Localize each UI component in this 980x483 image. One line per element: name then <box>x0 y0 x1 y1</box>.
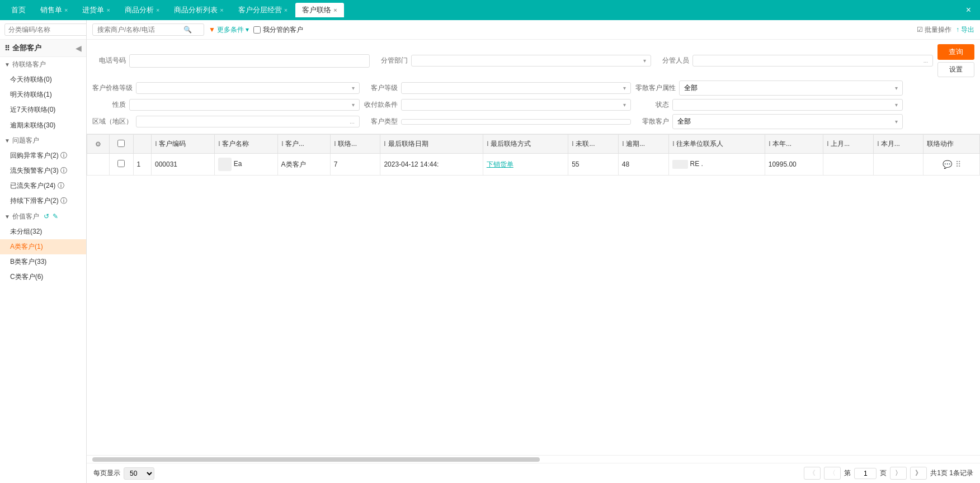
sidebar-section-pending-title[interactable]: ▼ 待联络客户 <box>0 57 86 72</box>
sidebar-item-declining[interactable]: 持续下滑客户(2) ⓘ <box>0 193 86 209</box>
query-button[interactable]: 查询 <box>937 44 974 60</box>
col-last-month[interactable]: ⁞ 上月... <box>823 135 873 154</box>
col-this-year[interactable]: ⁞ 本年... <box>765 135 823 154</box>
filter-retail-select[interactable]: 全部 ▾ <box>672 114 903 129</box>
sidebar-item-churned[interactable]: 已流失客户(24) ⓘ <box>0 178 86 193</box>
filter-status-select[interactable]: ▾ <box>672 99 903 111</box>
sidebar-item-repurchase-abnormal[interactable]: 回购异常客户(2) ⓘ <box>0 148 86 163</box>
col-this-month[interactable]: ⁞ 本月... <box>873 135 924 154</box>
col-name[interactable]: ⁞ 客户名称 <box>214 135 277 154</box>
sidebar-item-churn-warning[interactable]: 流失预警客户(3) ⓘ <box>0 163 86 178</box>
col-overdue[interactable]: ⁞ 逾期... <box>618 135 668 154</box>
first-page-btn[interactable]: 《 <box>804 467 821 480</box>
filter-more-btn[interactable]: ▼ 更多条件 ▾ <box>209 25 249 35</box>
price-level-arrow: ▾ <box>352 85 355 91</box>
my-customers-checkbox[interactable] <box>253 26 261 34</box>
row-overdue: 48 <box>618 154 668 176</box>
sidebar-section-problem-title[interactable]: ▼ 问题客户 <box>0 133 86 148</box>
sidebar-item-today[interactable]: 今天待联络(0) <box>0 72 86 87</box>
filter-phone-input[interactable] <box>129 54 370 68</box>
last-method-link[interactable]: 下销货单 <box>487 160 513 168</box>
filter-customer-level-select[interactable]: ▾ <box>401 82 632 94</box>
nav-purchase-close[interactable]: × <box>106 7 110 13</box>
col-last-date[interactable]: ⁞ 最后联络日期 <box>380 135 483 154</box>
filter-price-level-select[interactable]: ▾ <box>136 82 360 94</box>
refresh-icon[interactable]: ↺ <box>44 212 49 220</box>
filter-customer-type-select[interactable] <box>401 119 632 125</box>
filter-row-2: 客户价格等级 ▾ 客户等级 ▾ 零散客户属性 全部 <box>92 80 974 96</box>
grid-icon[interactable]: ⠿ <box>955 160 961 169</box>
filter-region-select[interactable]: ... <box>136 116 360 127</box>
nav-goods-list[interactable]: 商品分析列表 × <box>167 3 230 17</box>
filter-row-1: 电话号码 分管部门 ▾ 分管人员 ... <box>92 44 974 77</box>
col-contact[interactable]: ⁞ 联络... <box>330 135 380 154</box>
sidebar-all-customers[interactable]: ⠿ 全部客户 <box>4 43 41 53</box>
filter-person-select[interactable]: ... <box>692 55 933 67</box>
footer-left: 每页显示 50 100 200 <box>93 467 154 480</box>
nav-goods-analysis-close[interactable]: × <box>156 7 159 13</box>
filter-person: 分管人员 ... <box>656 55 933 67</box>
nav-customer-layer[interactable]: 客户分层经营 × <box>232 3 294 17</box>
edit-icon[interactable]: ✎ <box>53 212 58 220</box>
sidebar-item-7days[interactable]: 近7天待联络(0) <box>0 102 86 117</box>
status-arrow: ▾ <box>895 102 898 108</box>
sidebar-item-overdue[interactable]: 逾期未联络(30) <box>0 118 86 133</box>
nav-goods-list-close[interactable]: × <box>220 7 223 13</box>
filter-retail: 零散客户 全部 ▾ <box>635 114 903 129</box>
col-uncontact[interactable]: ⁞ 未联... <box>568 135 619 154</box>
sidebar-item-tomorrow[interactable]: 明天待联络(1) <box>0 87 86 102</box>
filter-retail-attr-select[interactable]: 全部 ▾ <box>679 80 903 96</box>
col-settings[interactable]: ⚙ <box>87 135 110 154</box>
table-settings-icon[interactable]: ⚙ <box>95 140 101 148</box>
row-checkbox-cell[interactable] <box>109 154 133 176</box>
footer: 每页显示 50 100 200 《 〈 第 页 〉 》 共1页 1条记录 <box>87 463 980 483</box>
payment-arrow: ▾ <box>623 102 626 108</box>
row-checkbox[interactable] <box>117 160 125 167</box>
top-nav: 首页 销售单 × 进货单 × 商品分析 × 商品分析列表 × 客户分层经营 × … <box>0 0 980 20</box>
sidebar-search-input[interactable] <box>4 23 87 36</box>
sidebar-item-unclassified[interactable]: 未分组(32) <box>0 224 86 239</box>
chat-icon[interactable]: 💬 <box>943 160 952 169</box>
sidebar-section-value-title[interactable]: ▼ 价值客户 ↺ ✎ <box>0 209 86 224</box>
last-page-btn[interactable]: 》 <box>910 467 927 480</box>
batch-operation-btn[interactable]: ☑ 批量操作 <box>917 25 951 35</box>
export-icon: ↑ <box>956 26 959 34</box>
export-btn[interactable]: ↑ 导出 <box>956 25 974 35</box>
window-close[interactable]: × <box>962 5 976 15</box>
retail-attr-arrow: ▾ <box>895 85 898 91</box>
sidebar-item-b-class[interactable]: B类客户(33) <box>0 254 86 269</box>
next-page-btn[interactable]: 〉 <box>890 467 907 480</box>
nav-sales[interactable]: 销售单 × <box>34 3 74 17</box>
toolbar-search-input[interactable] <box>97 26 181 34</box>
col-company-contact[interactable]: ⁞ 往来单位联系人 <box>668 135 765 154</box>
settings-button[interactable]: 设置 <box>937 62 974 77</box>
nav-home[interactable]: 首页 <box>4 3 32 17</box>
prev-page-btn[interactable]: 〈 <box>824 467 841 480</box>
col-code[interactable]: ⁞ 客户编码 <box>152 135 215 154</box>
filter-row-4: 区域（地区） ... 客户类型 零散客户 全部 <box>92 114 974 129</box>
nav-customer-contact[interactable]: 客户联络 × <box>295 3 343 17</box>
sidebar-item-a-class[interactable]: A类客户(1) <box>0 239 86 254</box>
row-last-method[interactable]: 下销货单 <box>483 154 568 176</box>
filter-nature-select[interactable]: ▾ <box>129 99 360 111</box>
my-customers-checkbox-label[interactable]: 我分管的客户 <box>253 25 303 35</box>
sidebar-header: ⠿ 全部客户 ◀ <box>0 40 86 57</box>
col-index <box>133 135 151 154</box>
sidebar-item-c-class[interactable]: C类客户(6) <box>0 269 86 285</box>
col-type[interactable]: ⁞ 客户... <box>277 135 330 154</box>
nav-customer-contact-close[interactable]: × <box>333 7 337 13</box>
sidebar-collapse-btn[interactable]: ◀ <box>76 44 82 53</box>
page-input[interactable] <box>854 468 877 479</box>
nav-customer-layer-close[interactable]: × <box>284 7 288 13</box>
nav-goods-analysis[interactable]: 商品分析 × <box>118 3 166 17</box>
col-last-method[interactable]: ⁞ 最后联络方式 <box>483 135 568 154</box>
col-select-all[interactable] <box>109 135 133 154</box>
filter-payment-select[interactable]: ▾ <box>401 99 632 111</box>
toolbar-search-icon[interactable]: 🔍 <box>183 26 192 34</box>
nav-purchase[interactable]: 进货单 × <box>76 3 116 17</box>
select-all-checkbox[interactable] <box>117 140 125 147</box>
filter-dept-select[interactable]: ▾ <box>411 55 652 67</box>
page-size-select[interactable]: 50 100 200 <box>124 467 154 480</box>
sidebar-grid-icon: ⠿ <box>4 44 10 53</box>
nav-sales-close[interactable]: × <box>64 7 68 13</box>
